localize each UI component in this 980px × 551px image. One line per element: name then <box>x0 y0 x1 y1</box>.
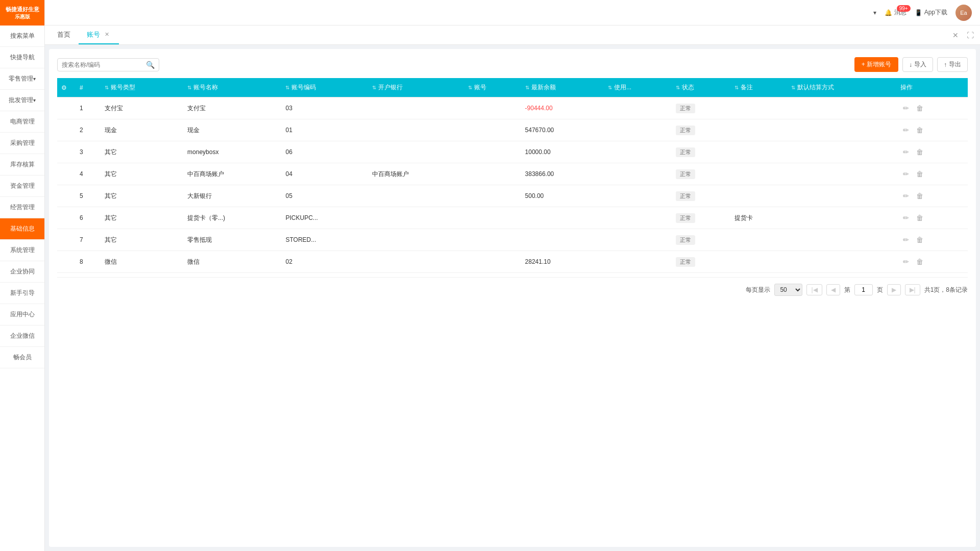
sidebar-item-guide[interactable]: 新手引导 <box>0 283 44 304</box>
page-size-label: 每页显示 <box>746 286 770 294</box>
col-account[interactable]: ⇅账号 <box>464 78 521 97</box>
edit-button[interactable]: ✏ <box>900 168 912 180</box>
tab-home-label: 首页 <box>57 30 70 39</box>
status-badge: 正常 <box>676 147 695 157</box>
col-usage[interactable]: ⇅使用... <box>604 78 672 97</box>
sidebar-item-search[interactable]: 搜索菜单 <box>0 26 44 47</box>
col-bank[interactable]: ⇅开户银行 <box>368 78 464 97</box>
delete-button[interactable]: 🗑 <box>914 103 926 114</box>
cell-name: moneybosx <box>183 141 281 163</box>
tab-home[interactable]: 首页 <box>49 26 79 44</box>
cell-balance <box>521 229 604 251</box>
chevron-down-icon: ▾ <box>33 97 36 103</box>
sidebar-item-wechat[interactable]: 企业微信 <box>0 325 44 347</box>
edit-button[interactable]: ✏ <box>900 234 912 245</box>
cell-remark <box>730 97 787 119</box>
cell-account <box>464 207 521 229</box>
delete-button[interactable]: 🗑 <box>914 124 926 136</box>
tab-bar: 首页 账号 ✕ ✕ ⛶ <box>45 26 980 45</box>
delete-button[interactable]: 🗑 <box>914 190 926 202</box>
import-button[interactable]: ↓ 导入 <box>902 57 933 72</box>
col-settings[interactable]: ⚙ <box>57 78 76 97</box>
app-download-button[interactable]: 📱 App下载 <box>915 8 947 17</box>
sidebar-item-system[interactable]: 系统管理 <box>0 240 44 261</box>
cell-index: 7 <box>76 229 101 251</box>
header-dropdown[interactable]: ▾ <box>873 9 876 16</box>
status-badge: 正常 <box>676 126 695 135</box>
cell-usage <box>604 141 672 163</box>
cell-settings <box>57 141 76 163</box>
col-balance[interactable]: ⇅最新余额 <box>521 78 604 97</box>
chevron-down-icon: ▾ <box>33 76 36 82</box>
col-remark[interactable]: ⇅备注 <box>730 78 787 97</box>
dropdown-arrow-icon: ▾ <box>873 9 876 16</box>
top-header: ▾ 🔔 消息 99+ 📱 App下载 Ea <box>45 0 980 26</box>
export-button[interactable]: ↑ 导出 <box>937 57 968 72</box>
sidebar-item-wholesale[interactable]: 批发管理 ▾ <box>0 90 44 111</box>
messages-badge: 99+ <box>897 5 911 12</box>
sidebar-item-retail[interactable]: 零售管理 ▾ <box>0 68 44 90</box>
search-box[interactable]: 🔍 <box>57 58 159 71</box>
edit-button[interactable]: ✏ <box>900 190 912 202</box>
search-input[interactable] <box>62 61 146 68</box>
cell-bank <box>368 185 464 207</box>
page-input[interactable] <box>854 284 873 295</box>
close-icon[interactable]: ✕ <box>950 29 961 41</box>
col-default-payment[interactable]: ⇅默认结算方式 <box>787 78 896 97</box>
sidebar-item-finance[interactable]: 资金管理 <box>0 176 44 197</box>
prev-page-button[interactable]: ◀ <box>826 284 840 295</box>
tab-close-icon[interactable]: ✕ <box>103 31 111 38</box>
cell-name: 零售抵现 <box>183 229 281 251</box>
cell-settings <box>57 229 76 251</box>
delete-button[interactable]: 🗑 <box>914 234 926 245</box>
last-page-button[interactable]: ▶| <box>905 284 920 295</box>
cell-action: ✏ 🗑 <box>896 141 968 163</box>
tab-account[interactable]: 账号 ✕ <box>79 26 119 44</box>
col-status[interactable]: ⇅状态 <box>672 78 730 97</box>
delete-button[interactable]: 🗑 <box>914 168 926 180</box>
sidebar-item-ecommerce[interactable]: 电商管理 <box>0 111 44 133</box>
messages-button[interactable]: 🔔 消息 99+ <box>885 8 906 17</box>
cell-bank <box>368 251 464 273</box>
delete-button[interactable]: 🗑 <box>914 212 926 223</box>
table-row: 7 其它 零售抵现 STORED... 正常 ✏ 🗑 <box>57 229 968 251</box>
cell-action: ✏ 🗑 <box>896 251 968 273</box>
first-page-button[interactable]: |◀ <box>806 284 822 295</box>
cell-usage <box>604 163 672 185</box>
cell-account <box>464 185 521 207</box>
status-badge: 正常 <box>676 257 695 267</box>
sidebar-item-enterprise[interactable]: 企业协同 <box>0 261 44 283</box>
col-code[interactable]: ⇅账号编码 <box>281 78 368 97</box>
cell-usage <box>604 119 672 141</box>
maximize-icon[interactable]: ⛶ <box>965 29 976 41</box>
edit-button[interactable]: ✏ <box>900 146 912 158</box>
edit-button[interactable]: ✏ <box>900 256 912 267</box>
cell-name: 微信 <box>183 251 281 273</box>
sidebar-item-quick-nav[interactable]: 快捷导航 <box>0 47 44 68</box>
edit-button[interactable]: ✏ <box>900 124 912 136</box>
avatar[interactable]: Ea <box>955 5 972 21</box>
page-size-select[interactable]: 50 100 200 <box>774 284 802 296</box>
sidebar-item-operation[interactable]: 经营管理 <box>0 197 44 218</box>
next-page-button[interactable]: ▶ <box>887 284 901 295</box>
add-account-button[interactable]: + 新增账号 <box>854 57 898 72</box>
sidebar-item-purchase[interactable]: 采购管理 <box>0 133 44 154</box>
logo-version: 乐惠版 <box>6 13 39 20</box>
table-row: 4 其它 中百商场账户 04 中百商场账户 383866.00 正常 ✏ 🗑 <box>57 163 968 185</box>
sidebar-item-basic-info[interactable]: 基础信息 <box>0 218 44 240</box>
edit-button[interactable]: ✏ <box>900 103 912 114</box>
cell-default-payment <box>787 185 896 207</box>
sidebar-item-app-center[interactable]: 应用中心 <box>0 304 44 325</box>
delete-button[interactable]: 🗑 <box>914 146 926 158</box>
col-type[interactable]: ⇅账号类型 <box>101 78 184 97</box>
col-name[interactable]: ⇅账号名称 <box>183 78 281 97</box>
main-area: ▾ 🔔 消息 99+ 📱 App下载 Ea 首页 账号 ✕ ✕ ⛶ <box>45 0 980 551</box>
cell-action: ✏ 🗑 <box>896 163 968 185</box>
delete-button[interactable]: 🗑 <box>914 256 926 267</box>
sidebar-item-inventory[interactable]: 库存核算 <box>0 154 44 176</box>
cell-code: 01 <box>281 119 368 141</box>
cell-name: 支付宝 <box>183 97 281 119</box>
edit-button[interactable]: ✏ <box>900 212 912 223</box>
sidebar-item-member[interactable]: 畅会员 <box>0 347 44 368</box>
cell-settings <box>57 207 76 229</box>
